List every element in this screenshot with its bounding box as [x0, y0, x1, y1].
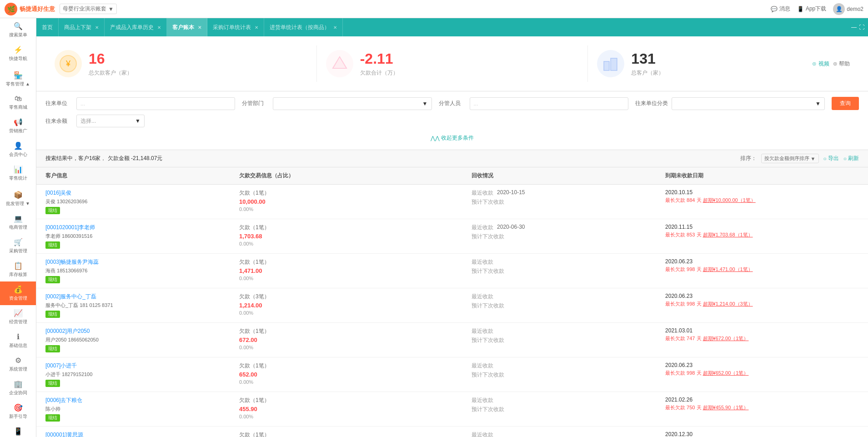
status-badge-1: 现结: [45, 241, 60, 249]
sidebar-item-retail-stats[interactable]: 📊 零售统计: [0, 161, 36, 185]
table-header: 客户信息 欠款交易信息（占比） 回收情况 到期未收款日期: [36, 167, 868, 185]
unit-type-select[interactable]: ▼: [672, 97, 825, 110]
overdue-link-5[interactable]: 超期¥652.00（1笔）: [703, 370, 749, 376]
sidebar-item-finance[interactable]: 💰 资金管理: [0, 281, 36, 305]
balance-select[interactable]: 选择... ▼: [76, 115, 145, 127]
overdue-link-3[interactable]: 超期¥1,214.00（3笔）: [703, 301, 753, 306]
balance-arrow: ▼: [135, 118, 140, 124]
sidebar-item-retail-mall[interactable]: 🛍 零售商城: [0, 91, 36, 114]
payback-info-4: 最近收款 预计下次收款: [472, 327, 665, 346]
top-bar: 🌿 畅捷通好生意 母婴行业演示账套 ▼ 💬 消息 📱 App下载 👤 demo2: [0, 0, 868, 18]
sidebar-item-newbie[interactable]: 🎯 新手引导: [0, 400, 36, 423]
overdue-link-2[interactable]: 超期¥1,471.00（1笔）: [703, 266, 753, 272]
sidebar-item-system[interactable]: ⚙ 系统管理: [0, 352, 36, 376]
overdue-link-1[interactable]: 超期¥1,703.68（1笔）: [703, 232, 753, 237]
overdue-link-6[interactable]: 超期¥455.90（1笔）: [703, 405, 749, 410]
customer-name-2[interactable]: [0003]畅捷服务尹海蕊: [45, 258, 239, 266]
tab-customer-account[interactable]: 客户账本 ✕: [167, 18, 207, 36]
tab-customer-account-close[interactable]: ✕: [198, 25, 201, 30]
overdue-info-4: 最长欠款 747 天 超期¥672.00（1笔）: [665, 335, 859, 342]
tab-products[interactable]: 商品上下架 ✕: [59, 18, 105, 36]
customer-info-4: [000002]用户2050 用户2050 18665062050 现结: [45, 327, 239, 352]
industry-selector[interactable]: 母婴行业演示账套 ▼: [60, 4, 117, 14]
tab-purchase-order[interactable]: 采购订单统计表 ✕: [207, 18, 264, 36]
customer-name-1[interactable]: [0001020001]李老师: [45, 224, 239, 231]
debt-percent-2: 0.00%: [239, 276, 472, 281]
debt-amount-2: 1,471.00: [239, 267, 472, 274]
sort-select[interactable]: 按欠款金额倒序排序 ▼: [761, 154, 819, 163]
overdue-info-0: 最长欠款 884 天 超期¥10,000.00（1笔）: [665, 197, 859, 204]
customer-phone-3: 服务中心_丁磊 181 0125 8371: [45, 302, 239, 309]
avatar: 👤: [833, 3, 845, 15]
overdue-link-0[interactable]: 超期¥10,000.00（1笔）: [703, 197, 756, 203]
maximize-icon[interactable]: ⛶: [859, 24, 864, 30]
customer-name-7[interactable]: [000001]黄思源: [45, 431, 239, 437]
message-action[interactable]: 💬 消息: [771, 5, 790, 13]
search-button[interactable]: 查询: [832, 97, 859, 110]
debt-amount-4: 672.00: [239, 337, 472, 343]
help-action[interactable]: ⊙ 帮助: [833, 60, 850, 68]
status-badge-2: 现结: [45, 276, 60, 283]
sidebar-item-enterprise[interactable]: 🏢 企业协同: [0, 376, 36, 400]
overdue-link-4[interactable]: 超期¥672.00（1笔）: [703, 336, 749, 341]
dept-select[interactable]: ▼: [273, 97, 431, 110]
refresh-button[interactable]: ○ 刷新: [843, 155, 859, 162]
customer-name-5[interactable]: [0007]小进千: [45, 362, 239, 370]
sidebar-item-app-center[interactable]: 📱 应用中心: [0, 423, 36, 437]
sidebar-item-member[interactable]: 👤 会员中心: [0, 138, 36, 161]
tab-produce-history[interactable]: 产成品入库单历史 ✕: [105, 18, 167, 36]
manager-input[interactable]: ...: [470, 97, 628, 110]
tab-produce-history-close[interactable]: ✕: [157, 25, 161, 30]
debt-percent-3: 0.00%: [239, 310, 472, 316]
tab-purchase-order-close[interactable]: ✕: [255, 25, 258, 30]
export-button[interactable]: ○ 导出: [823, 155, 839, 162]
logo-text: 畅捷通好生意: [20, 5, 55, 13]
tab-purchase-stats-close[interactable]: ✕: [333, 25, 337, 30]
last-payment-date-1: 2020-06-30: [497, 224, 525, 231]
sidebar: 🔍 搜索菜单 ⚡ 快捷导航 🏪 零售管理 ▲ 🛍 零售商城 📢 营销推广 👤: [0, 18, 36, 437]
content-area: 首页 商品上下架 ✕ 产成品入库单历史 ✕ 客户账本 ✕ 采购订单统计表 ✕: [36, 18, 868, 437]
sidebar-item-retail-mgmt[interactable]: 🏪 零售管理 ▲: [0, 67, 36, 91]
payback-info-7: 最近收款 预计下次收款: [472, 431, 665, 437]
filter-balance: 往来余额 选择... ▼: [45, 115, 859, 127]
search-icon: 🔍: [14, 22, 23, 30]
sidebar-quick-nav-label: 快捷导航: [9, 55, 27, 62]
sidebar-item-ecommerce[interactable]: 💻 电商管理: [0, 211, 36, 234]
sidebar-marketing-label: 营销推广: [9, 128, 27, 134]
sidebar-item-batch-mgmt[interactable]: 📦 批发管理 ▼: [0, 187, 36, 211]
debt-count-5: 欠款（1笔）: [239, 362, 472, 370]
sidebar-item-operations[interactable]: 📈 经营管理: [0, 305, 36, 329]
overdue-info-2: 最长欠款 998 天 超期¥1,471.00（1笔）: [665, 266, 859, 273]
industry-label: 母婴行业演示账套: [63, 5, 106, 13]
payback-row-4-next: 预计下次收款: [472, 337, 665, 344]
sidebar-item-purchase[interactable]: 🛒 采购管理: [0, 234, 36, 258]
minimize-icon[interactable]: —: [851, 24, 857, 30]
sidebar-item-search[interactable]: 🔍 搜索菜单: [0, 18, 36, 42]
tab-purchase-stats[interactable]: 进货单统计表（按商品） ✕: [264, 18, 343, 36]
customer-name-4[interactable]: [000002]用户2050: [45, 327, 239, 335]
collapse-button[interactable]: ⋀⋀ 收起更多条件: [45, 132, 859, 144]
source-unit-input[interactable]: ...: [76, 97, 235, 110]
app-download-action[interactable]: 📱 App下载: [797, 5, 826, 13]
sidebar-item-marketing[interactable]: 📢 营销推广: [0, 114, 36, 138]
debt-percent-1: 0.00%: [239, 241, 472, 246]
customer-name-0[interactable]: [0016]吴俊: [45, 189, 239, 197]
customer-name-6[interactable]: [0006]去下粮仓: [45, 397, 239, 404]
sidebar-item-basic-info[interactable]: ℹ 基础信息: [0, 329, 36, 352]
debt-count-1: 欠款（1笔）: [239, 224, 472, 231]
video-action[interactable]: ⊙ 视频: [812, 60, 829, 68]
status-badge-5: 现结: [45, 380, 60, 387]
sidebar-item-quick-nav[interactable]: ⚡ 快捷导航: [0, 42, 36, 65]
svg-text:¥: ¥: [65, 59, 71, 68]
tab-home[interactable]: 首页: [36, 18, 59, 36]
customer-name-3[interactable]: [0002]服务中心_丁磊: [45, 293, 239, 301]
stat-label-debt-customers: 总欠款客户（家）: [89, 69, 132, 77]
tab-products-close[interactable]: ✕: [95, 25, 99, 30]
user-action[interactable]: 👤 demo2: [833, 3, 863, 15]
sidebar-item-inventory[interactable]: 📋 库存核算: [0, 258, 36, 281]
sidebar-system-label: 系统管理: [9, 366, 27, 372]
next-payment-label-2: 预计下次收款: [472, 267, 504, 275]
payback-row-6-next: 预计下次收款: [472, 406, 665, 413]
filter-unit-type: 往来单位分类 ▼: [635, 97, 825, 110]
tab-bar: 首页 商品上下架 ✕ 产成品入库单历史 ✕ 客户账本 ✕ 采购订单统计表 ✕: [36, 18, 868, 36]
